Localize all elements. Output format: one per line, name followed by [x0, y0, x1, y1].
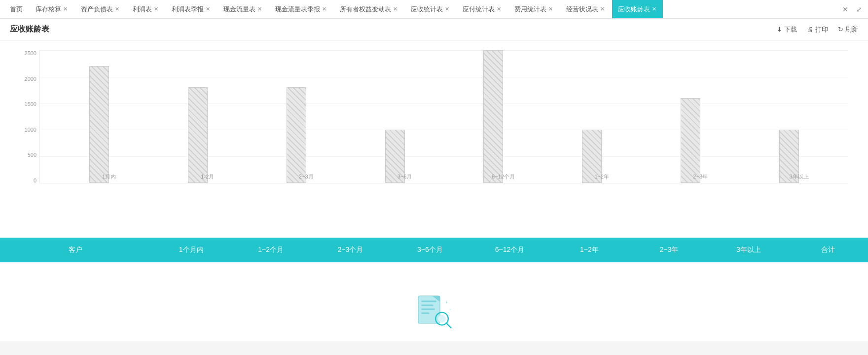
x-label-23m: 2~3月	[257, 171, 356, 183]
y-label-1500: 1500	[25, 101, 36, 107]
bar-item-12y	[542, 50, 641, 183]
th-y12: 1~2年	[549, 246, 629, 254]
svg-point-7	[438, 315, 446, 322]
bar-12m	[188, 87, 208, 183]
th-y3plus: 3年以上	[709, 246, 788, 254]
tab-profit-close[interactable]: ✕	[154, 6, 158, 12]
x-label-12y: 1~2年	[552, 171, 651, 183]
tab-receivable-stat[interactable]: 应收统计表 ✕	[405, 0, 456, 19]
page-title: 应收账龄表	[10, 24, 49, 35]
tab-equity[interactable]: 所有者权益变动表 ✕	[334, 0, 404, 19]
th-m612: 6~12个月	[470, 246, 549, 254]
tab-receivable-stat-close[interactable]: ✕	[445, 6, 449, 12]
th-m36: 3~6个月	[390, 246, 470, 254]
tab-balance[interactable]: 资产负债表 ✕	[75, 0, 126, 19]
svg-rect-3	[421, 309, 434, 310]
tab-cashflow-quarterly-label: 现金流量表季报	[275, 5, 320, 14]
tab-balance-label: 资产负债表	[81, 5, 113, 14]
tab-aging[interactable]: 应收账龄表 ✕	[612, 0, 663, 19]
tab-equity-close[interactable]: ✕	[393, 6, 398, 12]
minimize-button[interactable]: ✕	[840, 4, 850, 14]
x-label-12m: 1-2月	[158, 171, 257, 183]
tab-inventory[interactable]: 库存核算 ✕	[30, 0, 74, 19]
x-label-1m: 1月内	[60, 171, 158, 183]
y-label-2000: 2000	[25, 76, 36, 82]
th-m23: 2~3个月	[311, 246, 390, 254]
tab-profit-quarterly[interactable]: 利润表季报 ✕	[166, 0, 217, 19]
th-m12: 1~2个月	[231, 246, 310, 254]
bar-item-23y	[641, 50, 740, 183]
tab-inventory-label: 库存核算	[36, 5, 61, 14]
print-label: 打印	[815, 25, 828, 34]
x-label-36m: 3~6月	[356, 171, 454, 183]
tab-receivable-stat-label: 应收统计表	[411, 5, 443, 14]
th-m1: 1个月内	[151, 246, 231, 254]
tab-cashflow[interactable]: 现金流量表 ✕	[217, 0, 268, 19]
bar-23m	[287, 87, 306, 183]
svg-rect-4	[421, 313, 429, 314]
tab-profit-quarterly-close[interactable]: ✕	[206, 6, 210, 12]
tab-expense-stat-label: 费用统计表	[514, 5, 546, 14]
bars-group	[40, 50, 848, 183]
y-label-2500top: 2500	[25, 50, 36, 56]
bar-item-612m	[444, 50, 543, 183]
tab-business[interactable]: 经营状况表 ✕	[560, 0, 611, 19]
download-button[interactable]: ⬇ 下载	[777, 25, 797, 34]
svg-text:✦: ✦	[449, 308, 451, 311]
print-icon: 🖨	[807, 26, 813, 33]
x-label-3yplus: 3年以上	[750, 171, 848, 183]
tab-equity-label: 所有者权益变动表	[340, 5, 391, 14]
tab-profit[interactable]: 利润表 ✕	[127, 0, 165, 19]
tab-business-close[interactable]: ✕	[600, 6, 605, 12]
tab-cashflow-label: 现金流量表	[223, 5, 255, 14]
empty-area: ✦ ✦	[0, 262, 868, 341]
print-button[interactable]: 🖨 打印	[807, 25, 828, 34]
tab-home[interactable]: 首页	[4, 0, 29, 19]
bar-23y	[681, 98, 700, 183]
th-y23: 2~3年	[629, 246, 709, 254]
tab-expense-stat-close[interactable]: ✕	[548, 6, 553, 12]
bar-item-1m	[50, 50, 148, 183]
refresh-button[interactable]: ↻ 刷新	[838, 25, 858, 34]
refresh-label: 刷新	[845, 25, 858, 34]
y-label-500: 500	[28, 152, 36, 158]
tab-expense-stat[interactable]: 费用统计表 ✕	[508, 0, 559, 19]
empty-illustration: ✦ ✦	[409, 292, 459, 331]
x-label-23y: 2~3年	[651, 171, 750, 183]
tab-cashflow-quarterly-close[interactable]: ✕	[322, 6, 326, 12]
main-content: 2500 2000 1500 1000 500 0	[0, 40, 868, 341]
tab-profit-quarterly-label: 利润表季报	[172, 5, 204, 14]
bar-item-36m	[346, 50, 444, 183]
tab-balance-close[interactable]: ✕	[115, 6, 119, 12]
y-axis: 2500 2000 1500 1000 500 0	[20, 50, 39, 183]
tab-cashflow-close[interactable]: ✕	[257, 6, 262, 12]
tab-payable-stat[interactable]: 应付统计表 ✕	[457, 0, 507, 19]
tab-aging-label: 应收账龄表	[618, 5, 650, 14]
y-label-0: 0	[34, 178, 36, 183]
bar-1m	[89, 66, 109, 183]
refresh-icon: ↻	[838, 26, 843, 33]
tab-bar: 首页 库存核算 ✕ 资产负债表 ✕ 利润表 ✕ 利润表季报 ✕ 现金流量表 ✕ …	[0, 0, 868, 19]
tab-cashflow-quarterly[interactable]: 现金流量表季报 ✕	[269, 0, 333, 19]
bar-item-23m	[247, 50, 346, 183]
maximize-button[interactable]: ⤢	[854, 4, 864, 14]
th-total: 合计	[789, 246, 868, 254]
tab-payable-stat-label: 应付统计表	[463, 5, 495, 14]
chart-area: 2500 2000 1500 1000 500 0	[0, 40, 868, 238]
download-icon: ⬇	[777, 26, 782, 33]
tab-profit-label: 利润表	[133, 5, 152, 14]
svg-rect-2	[421, 305, 433, 306]
tab-aging-close[interactable]: ✕	[652, 6, 656, 12]
download-label: 下载	[784, 25, 797, 34]
window-controls: ✕ ⤢	[840, 4, 864, 14]
bar-item-12m	[148, 50, 247, 183]
header-actions: ⬇ 下载 🖨 打印 ↻ 刷新	[777, 25, 858, 34]
tab-business-label: 经营状况表	[566, 5, 598, 14]
page-header: 应收账龄表 ⬇ 下载 🖨 打印 ↻ 刷新	[0, 19, 868, 40]
tab-payable-stat-close[interactable]: ✕	[497, 6, 501, 12]
svg-rect-1	[421, 301, 436, 302]
x-label-612m: 6~12个月	[454, 171, 553, 183]
x-axis: 1月内 1-2月 2~3月 3~6月 6~12个月 1~2年 2~3年 3年以上	[60, 171, 848, 183]
tab-inventory-close[interactable]: ✕	[63, 6, 68, 12]
chart-inner: 1月内 1-2月 2~3月 3~6月 6~12个月 1~2年 2~3年 3年以上	[39, 50, 848, 183]
